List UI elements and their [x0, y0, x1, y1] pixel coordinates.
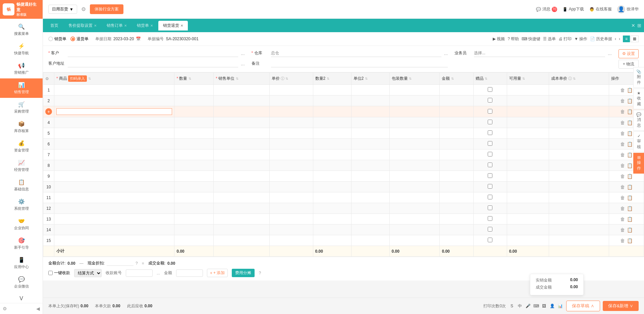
sidebar-item-guide[interactable]: 🎯 新手引导 — [0, 234, 43, 253]
delete-row-8-icon[interactable]: 🗑 — [620, 163, 625, 168]
sort-qty-icon[interactable]: ⇅ — [189, 77, 191, 80]
settle-method-select[interactable]: 结算方式 — [74, 269, 102, 277]
delete-row-6-icon[interactable]: 🗑 — [620, 141, 625, 147]
copy-row-12-icon[interactable]: 📋 — [627, 206, 633, 211]
tab-close-sale-return[interactable]: ✕ — [180, 24, 183, 27]
float-btn-5[interactable]: ⊞ 操作 — [633, 153, 644, 174]
add-row-button[interactable]: + — [45, 108, 52, 115]
copy-row-1-icon[interactable]: 📋 — [627, 87, 633, 93]
float-btn-1[interactable]: 📎 附件 — [633, 67, 644, 88]
print-btn[interactable]: 🖨 打印 — [558, 36, 572, 42]
scan-button[interactable]: 扫码录入 — [68, 75, 87, 82]
gift-checkbox-5[interactable] — [488, 130, 492, 135]
operate-btn[interactable]: ▼ 操作 — [574, 36, 587, 42]
sidebar-collapse-icon[interactable]: ◀ — [36, 306, 40, 311]
tab-sales-order[interactable]: 销售订单 ✕ — [102, 21, 131, 30]
sidebar-item-marketing[interactable]: 📢 营销推广 — [0, 59, 43, 78]
float-btn-4[interactable]: ✓ 审核 — [633, 131, 644, 152]
gear-icon[interactable]: ⚙ — [45, 76, 49, 81]
prev-btn[interactable]: ‹ — [615, 37, 616, 41]
gift-checkbox-12[interactable] — [488, 205, 492, 210]
salesperson-input[interactable] — [474, 49, 605, 57]
sidebar-settings-icon[interactable]: ⚙ — [3, 306, 7, 311]
nav-selector[interactable]: 日用百货 ▼ — [48, 5, 77, 14]
delete-row-5-icon[interactable]: 🗑 — [620, 131, 625, 136]
delete-row-12-icon[interactable]: 🗑 — [620, 206, 625, 211]
cost-info-icon[interactable]: ⓘ — [568, 76, 572, 80]
gift-checkbox-7[interactable] — [488, 152, 492, 156]
customer-more-icon[interactable]: ... — [241, 51, 245, 56]
gift-checkbox-8[interactable] — [488, 163, 492, 167]
payment-checkbox[interactable] — [48, 271, 53, 275]
delete-row-3-icon[interactable]: 🗑 — [620, 109, 625, 114]
tab-price-extract[interactable]: 售价提取设置 ✕ — [64, 21, 101, 30]
list-view-btn[interactable]: ≡ — [623, 36, 630, 42]
payment-checkbox-label[interactable]: 一键收款 — [48, 270, 70, 276]
customer-input[interactable] — [68, 49, 238, 57]
grid-view-btn[interactable]: ⊞ — [631, 36, 639, 42]
gift-checkbox-3[interactable] — [488, 109, 492, 114]
help-btn[interactable]: ? 帮助 — [507, 36, 519, 42]
gift-checkbox-10[interactable] — [488, 184, 492, 189]
calendar-icon[interactable]: 📅 — [136, 37, 141, 41]
product-input-3[interactable] — [56, 108, 172, 115]
tab-grid-icon[interactable]: ⊞ — [637, 23, 641, 28]
gift-checkbox-4[interactable] — [488, 120, 492, 124]
fee-split-button[interactable]: 费用分摊 — [232, 269, 255, 277]
sort-product-icon[interactable]: ⇅ — [88, 77, 91, 80]
price-info-icon[interactable]: ⓘ — [281, 76, 284, 80]
next-btn[interactable]: › — [619, 37, 620, 41]
video-btn[interactable]: ▶ 视频 — [493, 36, 505, 42]
add-fee-button[interactable]: + + 添加 — [207, 269, 228, 277]
tab-sale-bill[interactable]: 销货单 ✕ — [132, 21, 158, 30]
gift-checkbox-6[interactable] — [488, 141, 492, 146]
fee-help-icon[interactable]: ? — [259, 271, 261, 275]
sidebar-item-member[interactable]: V 畅会员 — [0, 292, 43, 303]
copy-row-11-icon[interactable]: 📋 — [627, 195, 633, 200]
delete-row-14-icon[interactable]: 🗑 — [620, 227, 625, 233]
select-btn[interactable]: ☰ 选单 — [543, 36, 556, 42]
save-draft-button[interactable]: 保存草稿 ∧ — [566, 301, 600, 311]
sort-avail-icon[interactable]: ⇅ — [522, 77, 525, 80]
delete-row-2-icon[interactable]: 🗑 — [620, 98, 625, 104]
sort-pack-icon[interactable]: ⇅ — [409, 77, 412, 80]
copy-row-15-icon[interactable]: 📋 — [627, 238, 633, 243]
sort-amount-icon[interactable]: ⇅ — [451, 77, 454, 80]
address-more-icon[interactable]: ... — [241, 61, 245, 66]
copy-row-4-icon[interactable]: 📋 — [627, 120, 633, 125]
copy-row-3-icon[interactable]: 📋 — [627, 109, 633, 114]
app-download-action[interactable]: 📱 App下载 — [562, 6, 584, 12]
delete-row-11-icon[interactable]: 🗑 — [620, 195, 625, 200]
tool-img-icon[interactable]: 🖼 — [541, 303, 547, 309]
delete-row-7-icon[interactable]: 🗑 — [620, 152, 625, 158]
sort-qty2-icon[interactable]: ⇅ — [327, 77, 329, 80]
gift-checkbox-13[interactable] — [488, 216, 492, 221]
delete-row-9-icon[interactable]: 🗑 — [620, 174, 625, 179]
tab-close-sales-order[interactable]: ✕ — [124, 24, 127, 27]
float-btn-3[interactable]: 💬 消息 — [633, 110, 644, 131]
sort-unit-icon[interactable]: ⇅ — [236, 77, 238, 80]
tool-chart-icon[interactable]: 📊 — [557, 303, 564, 309]
gift-checkbox-11[interactable] — [488, 195, 492, 199]
discount-input[interactable] — [107, 261, 133, 266]
sort-cost-icon[interactable]: ⇅ — [573, 77, 576, 80]
user-profile-action[interactable]: 👤 徐泽华 — [617, 5, 639, 13]
sidebar-item-shortcut[interactable]: ⚡ 快捷导航 — [0, 40, 43, 59]
copy-row-13-icon[interactable]: 📋 — [627, 216, 633, 222]
tool-mic-icon[interactable]: 🎤 — [525, 303, 531, 309]
sidebar-item-inventory[interactable]: 📦 库存核算 — [0, 117, 43, 137]
address-input[interactable] — [68, 60, 238, 67]
sidebar-item-wechat[interactable]: 💬 企业微信 — [0, 273, 43, 292]
settings-side-btn[interactable]: ⚙ 设置 — [619, 49, 639, 58]
salesperson-more-icon[interactable]: ... — [608, 51, 612, 56]
sidebar-item-purchase[interactable]: 🛒 采购管理 — [0, 98, 43, 117]
warehouse-more-icon[interactable]: ... — [444, 51, 448, 56]
tab-home[interactable]: 首页 — [46, 21, 63, 30]
delete-row-15-icon[interactable]: 🗑 — [620, 238, 625, 243]
delete-row-4-icon[interactable]: 🗑 — [620, 120, 625, 125]
sidebar-item-search[interactable]: 🔍 搜索菜单 — [0, 20, 43, 40]
delete-row-1-icon[interactable]: 🗑 — [620, 87, 625, 93]
copy-row-7-icon[interactable]: 📋 — [627, 152, 633, 158]
sidebar-item-system[interactable]: ⚙️ 系统管理 — [0, 195, 43, 214]
tool-s-icon[interactable]: S — [508, 303, 515, 309]
